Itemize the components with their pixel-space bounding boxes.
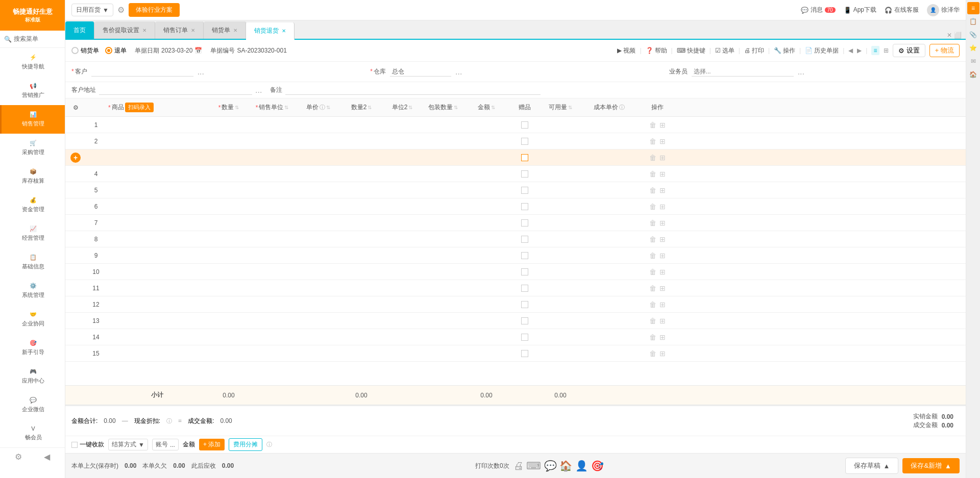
right-panel-message-icon[interactable]: ✉ — [967, 55, 979, 67]
row12-gift-checkbox[interactable] — [521, 301, 528, 308]
row3-product[interactable] — [106, 152, 208, 163]
next-doc-icon[interactable]: ▶ — [857, 47, 862, 54]
row15-delete-icon[interactable]: 🗑 — [649, 349, 656, 358]
row2-price[interactable] — [295, 139, 341, 143]
salesperson-ellipsis[interactable]: ... — [798, 67, 804, 77]
row15-gift-checkbox[interactable] — [521, 350, 528, 357]
col-gear-header[interactable]: ⚙ — [65, 101, 86, 114]
row1-amount[interactable] — [463, 123, 509, 127]
action-history[interactable]: 📄 历史单据 — [805, 46, 839, 55]
row13-copy-icon[interactable]: ⊞ — [659, 317, 666, 325]
one-key-pay-checkbox[interactable]: 一键收款 — [71, 440, 104, 449]
row3-unit2[interactable] — [382, 156, 423, 160]
row2-avail[interactable] — [540, 139, 581, 143]
date-value[interactable]: 2023-03-20 — [161, 47, 192, 54]
sidebar-item-marketing[interactable]: 📢 营销推广 — [0, 77, 65, 105]
row6-copy-icon[interactable]: ⊞ — [659, 203, 666, 211]
row8-copy-icon[interactable]: ⊞ — [659, 235, 666, 243]
add-row-btn[interactable]: + — [70, 153, 81, 163]
calendar-icon[interactable]: 📅 — [194, 47, 202, 54]
row1-delete-icon[interactable]: 🗑 — [649, 121, 656, 129]
tab-sale-delivery-close[interactable]: ✕ — [233, 28, 237, 33]
experience-btn[interactable]: 体验行业方案 — [129, 3, 180, 17]
sidebar-item-guide[interactable]: 🎯 新手引导 — [0, 334, 65, 362]
row1-gift[interactable] — [509, 119, 540, 131]
btn-save-new[interactable]: 保存&新增 ▲ — [902, 458, 960, 473]
sidebar-item-inventory[interactable]: 📦 库存核算 — [0, 162, 65, 191]
row2-unit2[interactable] — [382, 139, 423, 143]
row2-qty2[interactable] — [341, 139, 382, 143]
row6-gift-checkbox[interactable] — [521, 203, 528, 210]
row10-delete-icon[interactable]: 🗑 — [649, 268, 656, 276]
row2-amount[interactable] — [463, 139, 509, 143]
row2-unit[interactable] — [249, 139, 295, 143]
row11-copy-icon[interactable]: ⊞ — [659, 284, 666, 292]
costprice-info-icon[interactable]: ⓘ — [619, 104, 625, 111]
account-select[interactable]: 账号 ... — [152, 439, 179, 450]
customer-input[interactable] — [91, 67, 193, 77]
sidebar-item-enterprise[interactable]: 🤝 企业协同 — [0, 305, 65, 334]
btn-setting[interactable]: ⚙ 设置 — [893, 44, 925, 57]
action-operation[interactable]: 🔧 操作 — [774, 46, 795, 55]
row5-copy-icon[interactable]: ⊞ — [659, 186, 666, 194]
right-panel-list-icon[interactable]: ≡ — [967, 2, 979, 14]
row1-price[interactable] — [295, 123, 341, 127]
row3-avail[interactable] — [540, 156, 581, 160]
row2-product[interactable] — [106, 139, 208, 143]
action-shortcut[interactable]: ⌨ 快捷键 — [677, 46, 705, 55]
btn-fee-split[interactable]: 费用分摊 — [229, 438, 262, 451]
close-tab-icon[interactable]: ✕ — [947, 32, 952, 39]
row3-gift[interactable] — [509, 152, 540, 163]
price-info-icon[interactable]: ⓘ — [320, 104, 325, 111]
sidebar-item-basic[interactable]: 📋 基础信息 — [0, 248, 65, 276]
row7-gift-checkbox[interactable] — [521, 219, 528, 227]
row1-pkgqty[interactable] — [423, 123, 463, 127]
online-service-item[interactable]: 🎧 在线客服 — [885, 6, 919, 14]
tab-sale-order-close[interactable]: ✕ — [191, 28, 195, 33]
row2-gift-checkbox[interactable] — [521, 138, 528, 145]
sidebar-item-funds[interactable]: 💰 资金管理 — [0, 191, 65, 219]
tab-sale-return-close[interactable]: ✕ — [282, 28, 286, 34]
sidebar-item-member[interactable]: V 畅会员 — [0, 419, 65, 447]
barcode-btn[interactable]: 扫码录入 — [125, 103, 154, 112]
right-panel-attachment-icon[interactable]: 📎 — [967, 29, 979, 41]
btn-logistics[interactable]: + 物流 — [929, 44, 960, 57]
right-panel-home-icon[interactable]: 🏠 — [967, 68, 979, 81]
row1-qty2[interactable] — [341, 123, 382, 127]
payment-method-select[interactable]: 结算方式 ▼ — [108, 439, 148, 450]
row3-gear[interactable]: + — [65, 150, 86, 165]
row3-amount[interactable] — [463, 156, 509, 160]
salesperson-input[interactable] — [692, 67, 794, 77]
row13-gift-checkbox[interactable] — [521, 317, 528, 324]
row7-copy-icon[interactable]: ⊞ — [659, 219, 666, 227]
row4-copy-icon[interactable]: ⊞ — [659, 170, 666, 178]
row15-copy-icon[interactable]: ⊞ — [659, 349, 666, 358]
row9-delete-icon[interactable]: 🗑 — [649, 251, 656, 260]
list-view-icon[interactable]: ≡ — [871, 46, 879, 55]
row2-delete-icon[interactable]: 🗑 — [649, 137, 656, 145]
row1-avail[interactable] — [540, 123, 581, 127]
tab-sale-price-close[interactable]: ✕ — [142, 28, 146, 33]
action-print[interactable]: 🖨 打印 — [744, 46, 764, 55]
row11-gift-checkbox[interactable] — [521, 285, 528, 292]
tab-sale-return[interactable]: 销货退货 ✕ — [246, 22, 295, 40]
row4-delete-icon[interactable]: 🗑 — [649, 170, 656, 178]
btn-save-draft-chevron[interactable]: ▲ — [884, 462, 890, 470]
row1-unit[interactable] — [249, 123, 295, 127]
collapse-icon[interactable]: ◀ — [44, 452, 50, 462]
row12-copy-icon[interactable]: ⊞ — [659, 300, 666, 309]
row11-delete-icon[interactable]: 🗑 — [649, 284, 656, 292]
app-download-item[interactable]: 📱 App下载 — [844, 6, 876, 14]
sidebar-item-sales[interactable]: 📊 销售管理 — [0, 105, 65, 134]
row3-gift-checkbox[interactable] — [521, 154, 528, 161]
row5-gift-checkbox[interactable] — [521, 187, 528, 194]
row3-qty[interactable] — [208, 156, 249, 160]
row8-gift-checkbox[interactable] — [521, 236, 528, 243]
expand-tab-icon[interactable]: ⬜ — [954, 32, 962, 39]
row4-gift-checkbox[interactable] — [521, 170, 528, 178]
row3-pkgqty[interactable] — [423, 156, 463, 160]
tab-sale-price[interactable]: 售价提取设置 ✕ — [94, 21, 155, 39]
row9-gift-checkbox[interactable] — [521, 252, 528, 259]
row3-copy-icon[interactable]: ⊞ — [659, 154, 666, 162]
row14-delete-icon[interactable]: 🗑 — [649, 333, 656, 341]
